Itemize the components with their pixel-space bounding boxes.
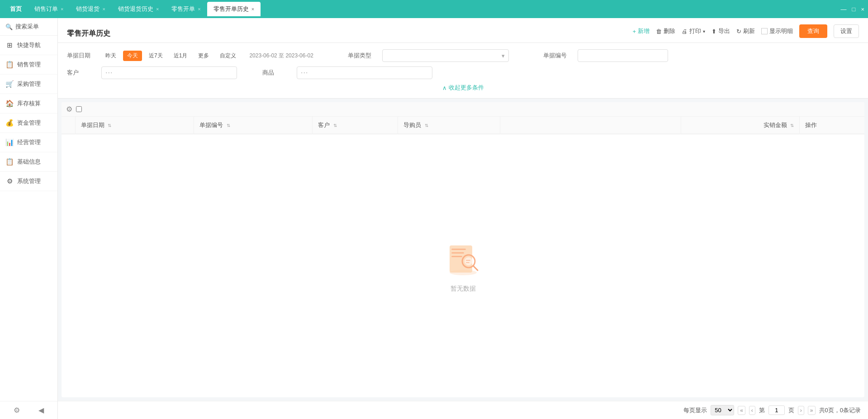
refresh-button[interactable]: ↻ 刷新 — [736, 27, 755, 35]
th-customer-sort: ⇅ — [333, 123, 337, 128]
per-page-select[interactable]: 50 10 20 100 — [711, 405, 734, 415]
sidebar-item-quick-nav[interactable]: ⊞ 快捷导航 — [0, 36, 57, 55]
sidebar-item-finance-label: 资金管理 — [17, 119, 41, 127]
tab-bar: 首页 销售订单 × 销货退货 × 销货退货历史 × 零售开单 × 零售开单历史 … — [0, 0, 868, 18]
sidebar-item-finance[interactable]: 💰 资金管理 — [0, 113, 57, 133]
th-operation: 操作 — [800, 117, 864, 134]
sidebar-search[interactable]: 🔍 搜索采单 — [0, 18, 57, 36]
window-close[interactable]: × — [861, 6, 864, 13]
date-btn-last7[interactable]: 近7天 — [145, 51, 167, 61]
date-btn-more[interactable]: 更多 — [194, 51, 213, 61]
footer-collapse-icon[interactable]: ◀ — [38, 406, 44, 414]
tab-sales-order-label: 销售订单 — [34, 5, 58, 13]
query-button[interactable]: 查询 — [799, 24, 827, 38]
add-icon: + — [632, 28, 636, 35]
svg-line-7 — [473, 266, 478, 270]
sidebar: 🔍 搜索采单 ⊞ 快捷导航 📋 销售管理 🛒 采购管理 🏠 库存核算 💰 资金管… — [0, 18, 58, 419]
customer-label: 客户 — [67, 69, 94, 77]
collapse-label: 收起更多条件 — [449, 84, 484, 92]
tab-home[interactable]: 首页 — [4, 2, 28, 16]
th-salesperson-label: 导购员 — [403, 122, 421, 128]
tab-sales-return-close[interactable]: × — [102, 6, 105, 12]
delete-icon: 🗑 — [656, 28, 662, 35]
sidebar-item-sales-mgmt-label: 销售管理 — [17, 61, 41, 69]
doc-type-select[interactable]: ▾ — [382, 49, 509, 62]
tab-sales-return-label: 销货退货 — [76, 5, 100, 13]
add-button[interactable]: + 新增 — [632, 27, 650, 35]
sidebar-item-inventory[interactable]: 🏠 库存核算 — [0, 94, 57, 113]
tab-retail-open[interactable]: 零售开单 × — [165, 2, 207, 16]
goods-select[interactable]: ··· — [297, 66, 432, 79]
current-page-input[interactable] — [768, 405, 785, 415]
doc-no-input[interactable] — [578, 49, 668, 62]
th-actual-amount[interactable]: 实销金额 ⇅ — [681, 117, 799, 134]
th-doc-no[interactable]: 单据编号 ⇅ — [194, 117, 312, 134]
last-page-btn[interactable]: » — [808, 406, 816, 415]
content-area: 零售开单历史 + 新增 🗑 删除 🖨 打印 ▾ ⬆ 导出 — [58, 18, 868, 419]
collapse-arrow-icon: ∧ — [442, 85, 447, 91]
table-area: ⚙ 单据日期 ⇅ 单据编号 ⇅ — [62, 102, 864, 397]
tab-home-label: 首页 — [10, 5, 22, 13]
prev-page-btn[interactable]: ‹ — [749, 406, 755, 415]
show-detail-toggle[interactable]: 显示明细 — [761, 27, 793, 35]
sidebar-item-basic-info-label: 基础信息 — [17, 158, 41, 166]
filter-row-date: 单据日期 昨天 今天 近7天 近1月 更多 自定义 2023-06-02 至 2… — [67, 49, 859, 62]
th-doc-date-label: 单据日期 — [81, 122, 104, 128]
empty-text: 暂无数据 — [451, 285, 476, 293]
collapse-more-btn[interactable]: ∧ 收起更多条件 — [67, 84, 859, 92]
page-suffix: 页 — [788, 406, 794, 414]
page-title: 零售开单历史 — [67, 29, 110, 38]
table-config-icon[interactable]: ⚙ — [66, 105, 72, 113]
delete-button[interactable]: 🗑 删除 — [656, 27, 675, 35]
date-btn-yesterday[interactable]: 昨天 — [101, 51, 120, 61]
tab-sales-order[interactable]: 销售订单 × — [28, 2, 70, 16]
date-btn-custom[interactable]: 自定义 — [216, 51, 240, 61]
delete-label: 删除 — [664, 27, 675, 35]
doc-type-label: 单据类型 — [348, 52, 375, 60]
goods-label: 商品 — [262, 69, 289, 77]
tab-retail-open-history[interactable]: 零售开单历史 × — [207, 2, 261, 16]
footer-settings-icon[interactable]: ⚙ — [14, 406, 20, 414]
th-salesperson-sort: ⇅ — [425, 123, 428, 128]
date-btn-last-month[interactable]: 近1月 — [170, 51, 192, 61]
print-button[interactable]: 🖨 打印 ▾ — [682, 27, 705, 35]
per-page-label: 每页显示 — [683, 406, 707, 414]
sidebar-item-basic-info[interactable]: 📋 基础信息 — [0, 152, 57, 172]
tab-retail-open-label: 零售开单 — [171, 5, 195, 13]
setting-button[interactable]: 设置 — [834, 24, 859, 38]
svg-rect-3 — [451, 252, 464, 254]
sidebar-item-ops-mgmt[interactable]: 📊 经营管理 — [0, 133, 57, 152]
tab-sales-return[interactable]: 销货退货 × — [70, 2, 111, 16]
sidebar-item-purchase-mgmt[interactable]: 🛒 采购管理 — [0, 75, 57, 94]
th-salesperson[interactable]: 导购员 ⇅ — [398, 117, 500, 134]
date-btn-today[interactable]: 今天 — [123, 51, 142, 61]
quick-nav-icon: ⊞ — [5, 41, 14, 49]
tab-retail-open-history-close[interactable]: × — [251, 6, 254, 12]
customer-select[interactable]: ··· — [101, 66, 237, 79]
svg-rect-4 — [451, 256, 462, 257]
export-button[interactable]: ⬆ 导出 — [711, 27, 730, 35]
select-all-checkbox[interactable] — [76, 106, 82, 112]
svg-rect-2 — [451, 249, 466, 250]
doc-type-arrow: ▾ — [502, 52, 505, 59]
tab-retail-open-close[interactable]: × — [198, 6, 200, 12]
sidebar-item-sales-mgmt[interactable]: 📋 销售管理 — [0, 55, 57, 75]
tab-sales-return-history[interactable]: 销货退货历史 × — [112, 2, 165, 16]
sidebar-item-sys-mgmt[interactable]: ⚙ 系统管理 — [0, 172, 57, 191]
window-minimize[interactable]: — — [841, 6, 847, 13]
toolbar: + 新增 🗑 删除 🖨 打印 ▾ ⬆ 导出 ↻ 刷新 — [632, 24, 859, 42]
tab-sales-order-close[interactable]: × — [61, 6, 63, 12]
th-actual-amount-sort: ⇅ — [790, 123, 794, 128]
finance-icon: 💰 — [5, 119, 14, 127]
first-page-btn[interactable]: « — [738, 406, 745, 415]
total-info: 共0页，0条记录 — [819, 406, 861, 414]
th-actual-amount-label: 实销金额 — [764, 122, 787, 128]
window-maximize[interactable]: □ — [852, 6, 856, 13]
tab-sales-return-history-close[interactable]: × — [156, 6, 159, 12]
th-spacer — [500, 117, 681, 134]
th-doc-date[interactable]: 单据日期 ⇅ — [75, 117, 194, 134]
next-page-btn[interactable]: › — [798, 406, 804, 415]
tab-bar-right: — □ × — [841, 6, 864, 13]
th-customer[interactable]: 客户 ⇅ — [313, 117, 398, 134]
sys-mgmt-icon: ⚙ — [5, 177, 14, 185]
